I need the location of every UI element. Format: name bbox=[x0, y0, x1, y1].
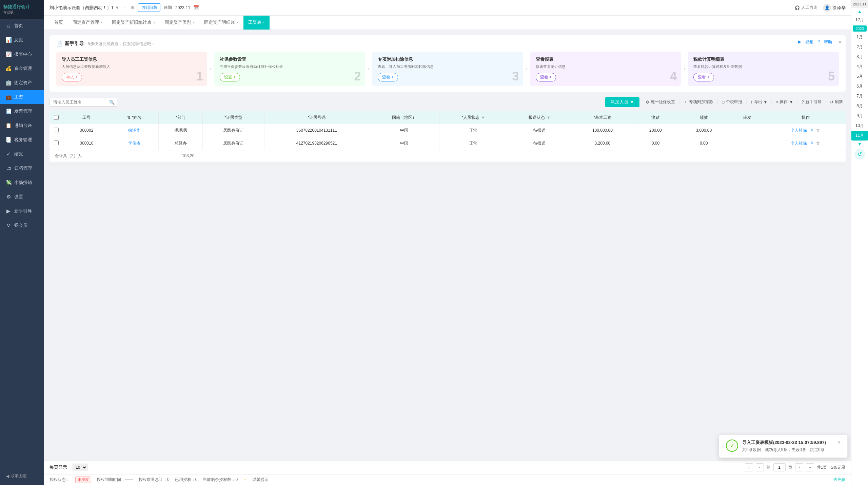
account-settings-icon[interactable]: ⚙ bbox=[131, 5, 135, 10]
help-label[interactable]: 帮助 bbox=[824, 39, 832, 45]
operations-btn[interactable]: ≡ 操作 ▼ bbox=[773, 97, 796, 107]
calendar-month-12[interactable]: 12月 bbox=[851, 15, 868, 25]
send-status-filter-icon[interactable]: ▼ bbox=[547, 115, 550, 119]
sidebar-item-home[interactable]: ⌂ 首页 bbox=[0, 19, 44, 33]
calendar-month-6[interactable]: 6月 bbox=[851, 81, 868, 91]
social-security-btn[interactable]: ⚙ 统一社保设置 bbox=[643, 97, 678, 107]
prev-page-btn[interactable]: ‹ bbox=[756, 463, 764, 471]
per-page-select[interactable]: 10 bbox=[73, 464, 87, 471]
edit-icon[interactable]: ✎ bbox=[810, 141, 814, 146]
toast-content: 导入工资表模板(2023-03-23 15:07:59.897) 共9条数据，成… bbox=[742, 440, 833, 453]
page-number-input[interactable] bbox=[773, 463, 786, 471]
add-person-button[interactable]: 添加人员 ▼ bbox=[605, 97, 639, 107]
footer-dash: -- bbox=[114, 153, 131, 158]
tab-depreciation[interactable]: 固定资产折旧统计表 × bbox=[107, 16, 160, 30]
human-service-btn[interactable]: 🎧 人工咨询 bbox=[795, 5, 817, 11]
step-4-btn[interactable]: 查看 > bbox=[536, 73, 556, 81]
tab-asset-category[interactable]: 固定资产类别 × bbox=[160, 16, 199, 30]
sidebar-item-member[interactable]: V 畅会员 bbox=[0, 218, 44, 232]
tab-payroll[interactable]: 工资表 × bbox=[243, 16, 270, 30]
header-send-status: 报送状态 ▼ bbox=[507, 111, 572, 124]
calendar-month-8[interactable]: 8月 bbox=[851, 101, 868, 111]
step-2-btn[interactable]: 设置 > bbox=[220, 73, 240, 81]
recharge-link[interactable]: 去充值 bbox=[833, 477, 846, 483]
select-all-checkbox[interactable] bbox=[54, 115, 59, 120]
sidebar-item-assets[interactable]: 🏢 固定资产 bbox=[0, 76, 44, 90]
video-label[interactable]: 视频 bbox=[805, 39, 813, 45]
tab-home[interactable]: 首页 bbox=[50, 16, 68, 30]
calendar-up-btn[interactable]: ▲ bbox=[857, 8, 863, 15]
row-checkbox[interactable] bbox=[54, 141, 59, 145]
step-3-btn[interactable]: 查看 > bbox=[378, 73, 398, 81]
horizontal-scrollbar[interactable] bbox=[50, 163, 846, 166]
sidebar-item-checkout[interactable]: ✓ 结账 bbox=[0, 147, 44, 161]
calendar-month-3[interactable]: 3月 bbox=[851, 52, 868, 62]
refresh-icon: ↺ bbox=[830, 100, 833, 105]
sidebar-item-expense[interactable]: 💸 小畅报销 bbox=[0, 175, 44, 190]
sidebar-item-sales[interactable]: 📋 进销台账 bbox=[0, 118, 44, 133]
cancel-fixed-btn[interactable]: ◀ 取消固定 bbox=[3, 470, 41, 482]
calendar-icon[interactable]: 📅 bbox=[194, 5, 199, 10]
sidebar-item-invoice[interactable]: 🧾 发票管理 bbox=[0, 104, 44, 118]
sidebar-item-archive[interactable]: 🗂 归档管理 bbox=[0, 161, 44, 175]
account-dropdown-icon[interactable]: ▼ bbox=[115, 5, 119, 10]
status-filter-icon[interactable]: ▼ bbox=[481, 115, 485, 119]
calendar-month-11[interactable]: 11月 bbox=[851, 131, 868, 141]
should-pay-cell bbox=[730, 124, 765, 137]
social-insurance-link[interactable]: 个人社保 bbox=[791, 128, 807, 133]
calendar-month-9[interactable]: 9月 bbox=[851, 111, 868, 121]
page-prefix: 第 bbox=[767, 465, 771, 470]
close-icon[interactable]: × bbox=[100, 20, 102, 24]
calendar-refresh-btn[interactable]: ↺ bbox=[854, 149, 865, 160]
table-total-row: 合计共（2）人 -- -- -- -- -- -- 103,20 bbox=[50, 150, 846, 162]
first-page-btn[interactable]: « bbox=[745, 463, 753, 471]
edit-icon[interactable]: ✎ bbox=[810, 128, 814, 133]
toast-close-btn[interactable]: × bbox=[837, 440, 841, 446]
close-icon[interactable]: × bbox=[153, 20, 155, 24]
delete-icon[interactable]: 🗑 bbox=[816, 128, 820, 133]
close-icon[interactable]: × bbox=[236, 20, 238, 24]
operations-cell: 个人社保 ✎ 🗑 bbox=[765, 124, 846, 137]
calendar-down-btn[interactable]: ▼ bbox=[857, 141, 863, 147]
refresh-btn[interactable]: ↺ 刷新 bbox=[827, 97, 846, 107]
last-page-btn[interactable]: » bbox=[806, 463, 814, 471]
calendar-month-10[interactable]: 10月 bbox=[851, 121, 868, 131]
calendar-month-7[interactable]: 7月 bbox=[851, 91, 868, 101]
guide-close-button[interactable]: × bbox=[839, 39, 842, 45]
used-label: 已用授权：0 bbox=[175, 477, 198, 483]
close-icon[interactable]: × bbox=[193, 20, 195, 24]
sidebar-item-funds[interactable]: 💰 资金管理 bbox=[0, 61, 44, 76]
calendar-month-5[interactable]: 5月 bbox=[851, 72, 868, 81]
employee-name-link[interactable]: 李俊杰 bbox=[128, 141, 140, 146]
row-checkbox[interactable] bbox=[54, 128, 59, 132]
calendar-month-4[interactable]: 4月 bbox=[851, 62, 868, 72]
step-1-btn[interactable]: 导入 > bbox=[62, 73, 82, 81]
step-5-btn[interactable]: 查看 > bbox=[693, 73, 714, 81]
special-deduction-btn[interactable]: ＋ 专项附加扣除 bbox=[681, 97, 716, 107]
sidebar-item-guide[interactable]: ▶ 新手引导 bbox=[0, 204, 44, 218]
social-insurance-link[interactable]: 个人社保 bbox=[791, 141, 807, 146]
newbie-guide-btn[interactable]: ? 新手引导 bbox=[799, 97, 824, 107]
sidebar-item-payroll[interactable]: 💼 工资 bbox=[0, 90, 44, 104]
should-pay-cell bbox=[730, 137, 765, 150]
close-icon[interactable]: × bbox=[263, 20, 265, 24]
search-input[interactable] bbox=[50, 98, 117, 107]
calendar-month-2[interactable]: 2月 bbox=[851, 42, 868, 52]
employee-id-cell: 000002 bbox=[63, 124, 110, 137]
sidebar-item-tax[interactable]: 📑 税务管理 bbox=[0, 133, 44, 147]
tab-fixed-assets[interactable]: 固定资产管理 × bbox=[68, 16, 107, 30]
delete-icon[interactable]: 🗑 bbox=[816, 141, 820, 146]
old-version-button[interactable]: 切到旧版 bbox=[138, 3, 160, 12]
export-btn[interactable]: ↑ 导出 ▼ bbox=[748, 97, 770, 107]
tab-asset-detail[interactable]: 固定资产明细账 × bbox=[199, 16, 243, 30]
sidebar-item-settings[interactable]: ⚙ 设置 bbox=[0, 190, 44, 204]
sidebar-item-ledger[interactable]: 📊 总账 bbox=[0, 33, 44, 47]
tab-bar: 首页 固定资产管理 × 固定资产折旧统计表 × 固定资产类别 × 固定资产明细账… bbox=[44, 16, 851, 30]
sidebar-item-report[interactable]: 📈 报表中心 bbox=[0, 47, 44, 61]
sort-icon[interactable]: ⇅ bbox=[127, 115, 131, 120]
tax-declare-btn[interactable]: □ 个税申报 bbox=[719, 97, 745, 107]
employee-name-link[interactable]: 徐泽华 bbox=[128, 128, 140, 133]
add-account-icon[interactable]: ＋ bbox=[123, 5, 127, 11]
next-page-btn[interactable]: › bbox=[795, 463, 803, 471]
calendar-month-1[interactable]: 1月 bbox=[851, 32, 868, 42]
